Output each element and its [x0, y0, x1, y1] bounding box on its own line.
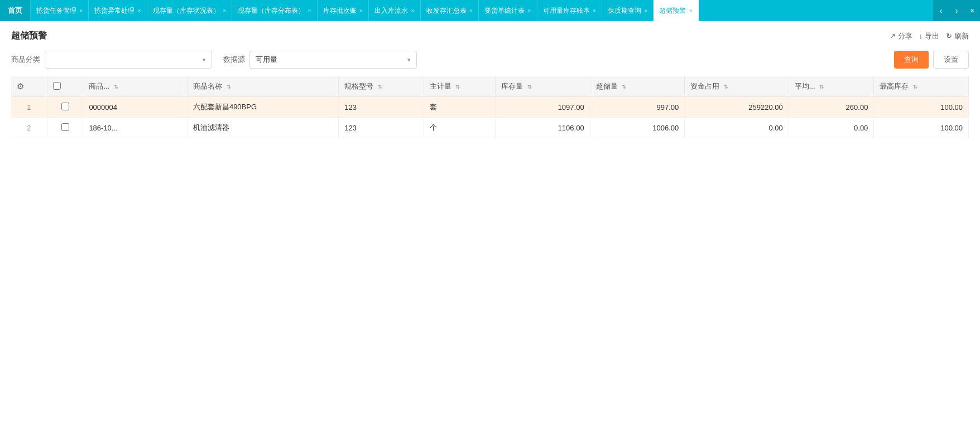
table-header: ⚙ 商品... ⇅ 商品名称 ⇅ 规格型号 ⇅ 主计量	[11, 76, 969, 97]
nav-tab-3[interactable]: 现存量（库存分布表）×	[232, 0, 317, 21]
settings-button[interactable]: 设置	[933, 51, 969, 69]
export-label: 导出	[925, 31, 939, 41]
nav-home[interactable]: 首页	[0, 0, 31, 21]
row-num-0: 1	[11, 97, 47, 118]
top-navigation: 首页 拣货任务管理×拣货异常处理×现存量（库存状况表）×现存量（库存分布表）×库…	[0, 0, 980, 21]
tab-close-icon-0[interactable]: ×	[79, 7, 83, 14]
row-checkbox-0[interactable]	[47, 97, 83, 118]
th-gear[interactable]: ⚙	[11, 76, 47, 97]
sort-unit-icon: ⇅	[455, 84, 460, 90]
tab-close-icon-7[interactable]: ×	[527, 7, 531, 14]
nav-tab-1[interactable]: 拣货异常处理×	[89, 0, 147, 21]
nav-tab-4[interactable]: 库存批次账×	[318, 0, 369, 21]
gear-icon: ⚙	[17, 81, 24, 91]
th-name[interactable]: 商品名称 ⇅	[187, 76, 338, 97]
page-title: 超储预警	[11, 30, 47, 42]
page-header: 超储预警 ↗ 分享 ↓ 导出 ↻ 刷新	[11, 30, 969, 42]
th-avg[interactable]: 平均... ⇅	[789, 76, 874, 97]
row-spec-0: 123	[339, 97, 424, 118]
nav-arrows: ‹ › ×	[933, 0, 980, 21]
th-spec[interactable]: 规格型号 ⇅	[339, 76, 424, 97]
product-category-select[interactable]: ▾	[45, 51, 212, 69]
select-all-checkbox[interactable]	[53, 82, 61, 90]
nav-tab-7[interactable]: 要货单统计表×	[479, 0, 537, 21]
sort-capital-icon: ⇅	[724, 84, 728, 90]
row-code-0: 0000004	[83, 97, 188, 118]
row-code-1: 186-10...	[83, 118, 188, 138]
nav-close-button[interactable]: ×	[964, 0, 980, 21]
row-avg-0: 260.00	[789, 97, 874, 118]
th-code[interactable]: 商品... ⇅	[83, 76, 188, 97]
row-checkbox-1[interactable]	[47, 118, 83, 138]
nav-next-button[interactable]: ›	[949, 0, 964, 21]
product-category-filter: 商品分类 ▾	[11, 51, 212, 69]
data-source-value: 可用量	[256, 55, 277, 65]
tab-close-icon-2[interactable]: ×	[223, 7, 226, 14]
tab-close-icon-9[interactable]: ×	[644, 7, 647, 14]
th-over[interactable]: 超储量 ⇅	[590, 76, 685, 97]
row-avg-1: 0.00	[789, 118, 874, 138]
sort-code-icon: ⇅	[114, 84, 118, 90]
product-category-arrow-icon: ▾	[203, 56, 206, 64]
th-stock[interactable]: 库存量 ⇅	[496, 76, 590, 97]
row-max-stock-0: 100.00	[874, 97, 969, 118]
tab-close-icon-1[interactable]: ×	[137, 7, 141, 14]
sort-stock-icon: ⇅	[527, 84, 532, 90]
tab-close-icon-3[interactable]: ×	[308, 7, 311, 14]
row-stock-0: 1097.00	[496, 97, 590, 118]
th-max-stock[interactable]: 最高库存 ⇅	[874, 76, 969, 97]
sort-max-icon: ⇅	[913, 84, 917, 90]
row-select-checkbox-1[interactable]	[61, 123, 69, 131]
tab-close-icon-10[interactable]: ×	[689, 7, 692, 14]
filter-action-buttons: 查询 设置	[894, 51, 969, 69]
nav-tab-9[interactable]: 保质期查询×	[602, 0, 654, 21]
refresh-label: 刷新	[954, 31, 969, 41]
row-unit-1: 个	[424, 118, 495, 138]
th-unit[interactable]: 主计量 ⇅	[424, 76, 495, 97]
query-button[interactable]: 查询	[894, 51, 929, 69]
table-row: 2 186-10... 机油滤清器 123 个 1106.00 1006.00 …	[11, 118, 969, 138]
refresh-icon: ↻	[946, 32, 952, 40]
th-capital[interactable]: 资金占用 ⇅	[685, 76, 789, 97]
row-over-0: 997.00	[590, 97, 685, 118]
table-body: 1 0000004 六配套新昌490BPG 123 套 1097.00 997.…	[11, 97, 969, 138]
sort-spec-icon: ⇅	[378, 84, 382, 90]
share-label: 分享	[898, 31, 912, 41]
row-name-1: 机油滤清器	[187, 118, 338, 138]
row-num-1: 2	[11, 118, 47, 138]
nav-prev-button[interactable]: ‹	[933, 0, 949, 21]
data-source-label: 数据源	[223, 55, 245, 65]
nav-tab-10[interactable]: 超储预警×	[654, 0, 698, 21]
row-select-checkbox-0[interactable]	[61, 103, 69, 110]
product-category-label: 商品分类	[11, 55, 40, 65]
sort-name-icon: ⇅	[227, 84, 231, 90]
row-over-1: 1006.00	[590, 118, 685, 138]
row-capital-0: 259220.00	[685, 97, 789, 118]
tab-close-icon-4[interactable]: ×	[359, 7, 363, 14]
sort-over-icon: ⇅	[622, 84, 626, 90]
table-row: 1 0000004 六配套新昌490BPG 123 套 1097.00 997.…	[11, 97, 969, 118]
filter-area: 商品分类 ▾ 数据源 可用量 ▾ 查询 设置	[11, 51, 969, 69]
export-link[interactable]: ↓ 导出	[919, 31, 940, 41]
row-max-stock-1: 100.00	[874, 118, 969, 138]
row-spec-1: 123	[339, 118, 424, 138]
th-checkbox[interactable]	[47, 76, 83, 97]
row-unit-0: 套	[424, 97, 495, 118]
export-icon: ↓	[919, 32, 923, 40]
tab-close-icon-5[interactable]: ×	[411, 7, 414, 14]
row-capital-1: 0.00	[685, 118, 789, 138]
nav-tab-5[interactable]: 出入库流水×	[369, 0, 420, 21]
share-link[interactable]: ↗ 分享	[890, 31, 912, 41]
nav-tab-8[interactable]: 可用量库存账本×	[537, 0, 602, 21]
nav-tab-0[interactable]: 拣货任务管理×	[31, 0, 89, 21]
row-stock-1: 1106.00	[496, 118, 590, 138]
data-source-select[interactable]: 可用量 ▾	[249, 51, 417, 69]
refresh-link[interactable]: ↻ 刷新	[946, 31, 969, 41]
tab-close-icon-6[interactable]: ×	[469, 7, 473, 14]
tab-close-icon-8[interactable]: ×	[593, 7, 596, 14]
nav-tab-6[interactable]: 收发存汇总表×	[421, 0, 479, 21]
nav-tab-2[interactable]: 现存量（库存状况表）×	[147, 0, 232, 21]
sort-avg-icon: ⇅	[819, 84, 824, 90]
page-content: 超储预警 ↗ 分享 ↓ 导出 ↻ 刷新 商品分类 ▾ 数据源	[0, 21, 980, 446]
data-source-filter: 数据源 可用量 ▾	[223, 51, 417, 69]
